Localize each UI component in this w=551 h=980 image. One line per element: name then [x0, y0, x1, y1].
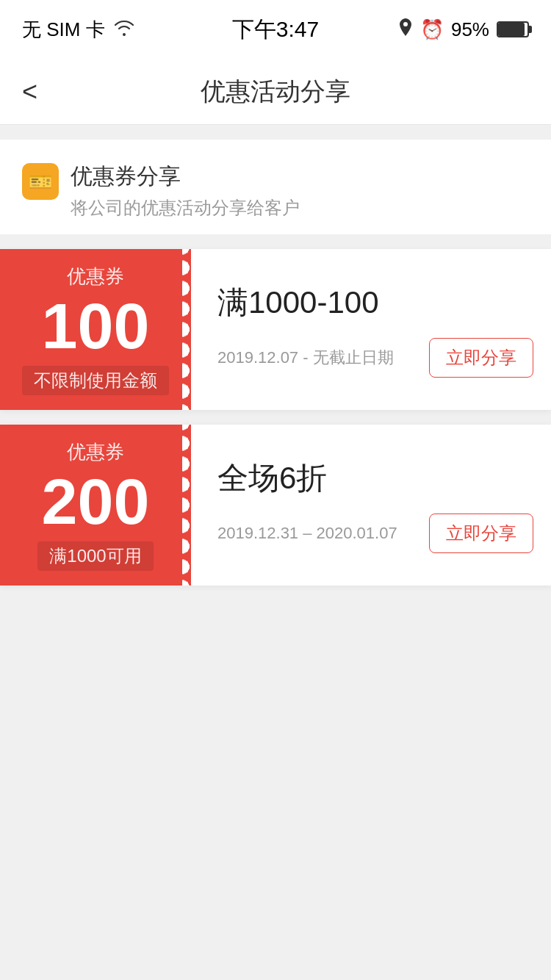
status-right: ⏰ 95%: [398, 18, 529, 41]
section-header: 🎫 优惠券分享 将公司的优惠活动分享给客户: [0, 140, 551, 234]
share-button-1[interactable]: 立即分享: [429, 338, 533, 378]
coupon-footer-2: 2019.12.31 – 2020.01.07 立即分享: [217, 514, 533, 553]
section-title: 优惠券分享: [71, 162, 300, 192]
nav-bar: < 优惠活动分享: [0, 59, 551, 125]
coupon-label-2: 优惠券: [67, 439, 124, 465]
wifi-icon: [114, 18, 134, 41]
back-button[interactable]: <: [22, 76, 37, 107]
page-title: 优惠活动分享: [201, 75, 350, 109]
coupon-amount-2: 200: [42, 469, 150, 534]
section-subtitle: 将公司的优惠活动分享给客户: [71, 196, 300, 220]
status-bar: 无 SIM 卡 下午3:47 ⏰ 95%: [0, 0, 551, 59]
battery-text: 95%: [451, 18, 489, 41]
share-button-2[interactable]: 立即分享: [429, 514, 533, 553]
location-icon: [398, 18, 413, 41]
coupon-list: 优惠券 100 不限制使用金额 满1000-100 2019.12.07 - 无…: [0, 234, 551, 600]
section-text: 优惠券分享 将公司的优惠活动分享给客户: [71, 162, 300, 220]
alarm-icon: ⏰: [420, 18, 444, 41]
coupon-amount-1: 100: [42, 294, 150, 359]
coupon-card-1: 优惠券 100 不限制使用金额 满1000-100 2019.12.07 - 无…: [0, 249, 551, 410]
coupon-title-2: 全场6折: [217, 458, 533, 499]
coupon-condition-1: 不限制使用金额: [22, 366, 169, 395]
coupon-right-1: 满1000-100 2019.12.07 - 无截止日期 立即分享: [191, 249, 551, 410]
carrier-text: 无 SIM 卡: [22, 17, 105, 43]
coupon-condition-2: 满1000可用: [37, 541, 153, 571]
status-left: 无 SIM 卡: [22, 17, 134, 43]
coupon-date-1: 2019.12.07 - 无截止日期: [217, 347, 394, 369]
coupon-date-2: 2019.12.31 – 2020.01.07: [217, 524, 397, 543]
status-time: 下午3:47: [232, 15, 319, 45]
coupon-title-1: 满1000-100: [217, 282, 533, 323]
section-icon: 🎫: [22, 163, 59, 200]
battery-icon: [497, 21, 529, 37]
coupon-card-2: 优惠券 200 满1000可用 全场6折 2019.12.31 – 2020.0…: [0, 425, 551, 586]
bottom-area: [0, 600, 551, 968]
coupon-left-1: 优惠券 100 不限制使用金额: [0, 249, 191, 410]
coupon-right-2: 全场6折 2019.12.31 – 2020.01.07 立即分享: [191, 425, 551, 586]
coupon-left-2: 优惠券 200 满1000可用: [0, 425, 191, 586]
coupon-label-1: 优惠券: [67, 264, 124, 289]
coupon-footer-1: 2019.12.07 - 无截止日期 立即分享: [217, 338, 533, 378]
